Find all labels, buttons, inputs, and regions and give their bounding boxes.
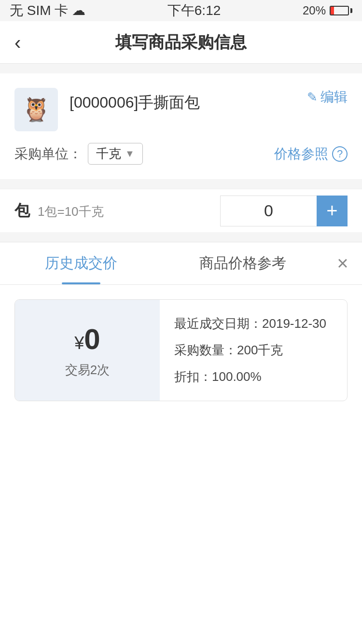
status-right: 20% bbox=[303, 4, 352, 17]
trade-price: ¥0 bbox=[74, 322, 100, 357]
tab-close-button[interactable]: × bbox=[323, 252, 362, 274]
tab-history-price[interactable]: 历史成交价 bbox=[0, 242, 162, 284]
trade-card: ¥0 交易2次 最近成交日期：2019-12-30 采购数量：200千克 折扣：… bbox=[14, 299, 348, 401]
tab-product-label: 商品价格参考 bbox=[199, 253, 286, 273]
product-header: 🦉 [0000006]手撕面包 ✎ 编辑 bbox=[14, 88, 348, 131]
trade-card-area: ¥0 交易2次 最近成交日期：2019-12-30 采购数量：200千克 折扣：… bbox=[0, 285, 362, 416]
trade-recent-date-row: 最近成交日期：2019-12-30 bbox=[174, 314, 333, 333]
quantity-sub-label: 1包=10千克 bbox=[38, 203, 104, 220]
price-ref-icon: ? bbox=[332, 146, 348, 162]
trade-discount-label: 折扣： bbox=[174, 369, 212, 384]
edit-button[interactable]: ✎ 编辑 bbox=[307, 88, 348, 106]
content-area bbox=[0, 416, 362, 644]
edit-icon: ✎ bbox=[307, 90, 318, 105]
back-button[interactable]: ‹ bbox=[14, 33, 21, 52]
quantity-plus-button[interactable]: + bbox=[317, 196, 348, 226]
quantity-input-group: + bbox=[220, 196, 348, 226]
unit-label: 采购单位： bbox=[14, 145, 82, 163]
status-left: 无 SIM 卡 ☁ bbox=[10, 1, 85, 20]
price-ref-label: 价格参照 bbox=[274, 145, 328, 163]
trade-discount-value: 100.00% bbox=[212, 369, 262, 384]
quantity-section: 包 1包=10千克 + bbox=[0, 189, 362, 232]
product-name: [0000006]手撕面包 bbox=[70, 88, 200, 113]
product-unit-row: 采购单位： 千克 ▼ 价格参照 ? bbox=[14, 143, 348, 165]
quantity-label-group: 包 1包=10千克 bbox=[14, 200, 104, 222]
unit-badge[interactable]: 千克 ▼ bbox=[88, 143, 143, 165]
trade-recent-date-label: 最近成交日期： bbox=[174, 316, 262, 331]
tab-active-indicator bbox=[62, 282, 100, 284]
trade-quantity-row: 采购数量：200千克 bbox=[174, 341, 333, 360]
trade-card-right: 最近成交日期：2019-12-30 采购数量：200千克 折扣：100.00% bbox=[160, 300, 347, 401]
product-card: 🦉 [0000006]手撕面包 ✎ 编辑 采购单位： 千克 ▼ 价格参照 ? bbox=[0, 73, 362, 179]
battery-percent: 20% bbox=[303, 4, 326, 17]
unit-value: 千克 bbox=[96, 145, 121, 162]
tab-product-price-ref[interactable]: 商品价格参考 bbox=[162, 242, 323, 284]
quantity-unit-label: 包 bbox=[14, 200, 30, 222]
tabs-container: 历史成交价 商品价格参考 × ¥0 交易2次 最近成交日期：2019-12-30… bbox=[0, 242, 362, 416]
trade-card-left: ¥0 交易2次 bbox=[15, 300, 160, 401]
product-info: 🦉 [0000006]手撕面包 bbox=[14, 88, 200, 131]
trade-price-symbol: ¥ bbox=[74, 333, 84, 353]
trade-quantity-value: 200千克 bbox=[237, 343, 283, 357]
status-bar: 无 SIM 卡 ☁ 下午6:12 20% bbox=[0, 0, 362, 21]
edit-label: 编辑 bbox=[320, 88, 348, 106]
trade-recent-date-value: 2019-12-30 bbox=[262, 316, 326, 331]
battery-icon bbox=[330, 6, 352, 15]
price-ref-button[interactable]: 价格参照 ? bbox=[274, 145, 348, 163]
trade-quantity-label: 采购数量： bbox=[174, 343, 237, 357]
tabs-header: 历史成交价 商品价格参考 × bbox=[0, 242, 362, 285]
product-logo-icon: 🦉 bbox=[22, 96, 51, 123]
nav-bar: ‹ 填写商品采购信息 bbox=[0, 21, 362, 64]
trade-discount-row: 折扣：100.00% bbox=[174, 367, 333, 386]
unit-dropdown-arrow: ▼ bbox=[125, 148, 135, 159]
tab-history-label: 历史成交价 bbox=[45, 253, 117, 273]
quantity-input[interactable] bbox=[220, 196, 317, 226]
trade-count: 交易2次 bbox=[65, 362, 110, 378]
product-image: 🦉 bbox=[14, 88, 58, 131]
unit-selector-group: 采购单位： 千克 ▼ bbox=[14, 143, 143, 165]
trade-price-value: 0 bbox=[84, 323, 100, 355]
page-title: 填写商品采购信息 bbox=[115, 31, 247, 54]
status-time: 下午6:12 bbox=[167, 1, 221, 20]
